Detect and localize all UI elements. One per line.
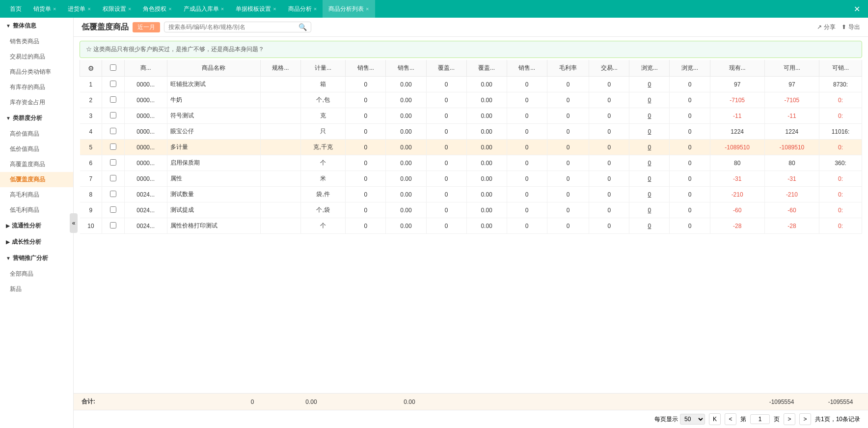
th-spec[interactable]: 规格...	[260, 60, 300, 77]
th-gross-rate[interactable]: 毛利率	[547, 60, 589, 77]
th-unit[interactable]: 计量...	[300, 60, 345, 77]
browse1-link[interactable]: 0	[648, 160, 651, 167]
th-checkbox[interactable]	[102, 60, 124, 77]
th-settings[interactable]: ⚙	[80, 60, 102, 77]
per-page-select[interactable]: 50 10 20 100	[680, 414, 705, 425]
browse1-link[interactable]: 0	[648, 223, 651, 229]
cell-browse1[interactable]: 0	[629, 124, 670, 140]
sidebar-item-inventory-funds[interactable]: 库存资金占用	[0, 95, 73, 110]
cell-checkbox[interactable]	[102, 171, 124, 187]
browse1-link[interactable]: 0	[648, 97, 651, 104]
cell-checkbox[interactable]	[102, 202, 124, 218]
nav-close-product-analysis-list[interactable]: ×	[366, 6, 369, 12]
search-input[interactable]	[168, 24, 297, 30]
th-coverage2[interactable]: 覆盖...	[466, 60, 507, 77]
th-sales2[interactable]: 销售...	[386, 60, 426, 77]
current-page-input[interactable]	[750, 414, 770, 424]
row-checkbox[interactable]	[110, 206, 116, 213]
cell-browse1[interactable]: 0	[629, 171, 670, 187]
row-checkbox[interactable]	[110, 96, 116, 103]
export-button[interactable]: ⬆ 导出	[841, 23, 860, 31]
sidebar-item-high-coverage[interactable]: 高覆盖度商品	[0, 157, 73, 172]
nav-close-sales-order[interactable]: ×	[53, 6, 56, 12]
search-icon[interactable]: 🔍	[298, 23, 307, 31]
sidebar-section-growth[interactable]: ▶ 成长性分析	[0, 234, 73, 250]
select-all-checkbox[interactable]	[110, 64, 116, 71]
th-trade[interactable]: 交易...	[589, 60, 629, 77]
row-checkbox[interactable]	[110, 175, 116, 181]
th-code[interactable]: 商...	[124, 60, 167, 77]
sidebar-item-low-coverage[interactable]: 低覆盖度商品	[0, 172, 73, 187]
nav-product-warehouse[interactable]: 产成品入库单 ×	[178, 0, 230, 18]
nav-template-settings[interactable]: 单据模板设置 ×	[230, 0, 282, 18]
browse1-link[interactable]: 0	[648, 113, 651, 119]
filter-period-button[interactable]: 近一月	[133, 22, 160, 32]
sidebar-item-new-products[interactable]: 新品	[0, 282, 73, 297]
table-container[interactable]: ⚙ 商... 商品名称 规格... 计量... 销售... 销售... 覆盖..…	[74, 60, 868, 393]
browse1-link[interactable]: 0	[648, 207, 651, 214]
sidebar-item-low-value[interactable]: 低价值商品	[0, 142, 73, 157]
browse1-link[interactable]: 0	[648, 175, 651, 182]
sidebar-section-liquidity[interactable]: ▶ 流通性分析	[0, 218, 73, 234]
browse1-link[interactable]: 0	[648, 191, 651, 198]
sidebar-item-stocked-products[interactable]: 有库存的商品	[0, 80, 73, 95]
th-browse1[interactable]: 浏览...	[629, 60, 670, 77]
th-browse2[interactable]: 浏览...	[670, 60, 710, 77]
th-name[interactable]: 商品名称	[167, 60, 260, 77]
share-button[interactable]: ↗ 分享	[817, 23, 836, 31]
close-all-button[interactable]: ✕	[849, 1, 864, 16]
sidebar-item-all-products[interactable]: 全部商品	[0, 266, 73, 282]
sidebar-item-category-turnover[interactable]: 商品分类动销率	[0, 64, 73, 80]
cell-browse1[interactable]: 0	[629, 187, 670, 202]
settings-icon[interactable]: ⚙	[88, 64, 94, 72]
nav-home[interactable]: 首页	[4, 0, 27, 18]
cell-checkbox[interactable]	[102, 77, 124, 92]
cell-browse1[interactable]: 0	[629, 218, 670, 234]
nav-sales-order[interactable]: 销货单 ×	[27, 0, 62, 18]
nav-permission[interactable]: 权限设置 ×	[97, 0, 137, 18]
cell-browse1[interactable]: 0	[629, 77, 670, 92]
next-page-button[interactable]: >	[784, 413, 795, 425]
sidebar-item-high-value[interactable]: 高价值商品	[0, 126, 73, 142]
cell-checkbox[interactable]	[102, 218, 124, 234]
row-checkbox[interactable]	[110, 222, 116, 228]
sidebar-section-overall[interactable]: ▼ 整体信息	[0, 18, 73, 34]
cell-checkbox[interactable]	[102, 92, 124, 108]
nav-close-role-auth[interactable]: ×	[168, 6, 171, 12]
th-sales1[interactable]: 销售...	[346, 60, 386, 77]
cell-checkbox[interactable]	[102, 124, 124, 140]
th-coverage1[interactable]: 覆盖...	[426, 60, 466, 77]
browse1-link[interactable]: 0	[648, 81, 651, 88]
nav-close-purchase-order[interactable]: ×	[87, 6, 90, 12]
cell-browse1[interactable]: 0	[629, 108, 670, 124]
nav-close-product-warehouse[interactable]: ×	[221, 6, 224, 12]
th-sales3[interactable]: 销售...	[507, 60, 547, 77]
th-current[interactable]: 现有...	[710, 60, 764, 77]
nav-close-template-settings[interactable]: ×	[273, 6, 276, 12]
row-checkbox[interactable]	[110, 128, 116, 134]
sidebar-item-low-gross-margin[interactable]: 低毛利商品	[0, 202, 73, 218]
cell-browse1[interactable]: 0	[629, 92, 670, 108]
cell-checkbox[interactable]	[102, 155, 124, 171]
nav-close-product-analysis[interactable]: ×	[314, 6, 317, 12]
sidebar-collapse-button[interactable]: «	[70, 213, 78, 233]
cell-checkbox[interactable]	[102, 187, 124, 202]
first-page-button[interactable]: K	[709, 413, 721, 425]
sidebar-item-sales-products[interactable]: 销售类商品	[0, 34, 73, 49]
row-checkbox[interactable]	[110, 159, 116, 166]
prev-page-button[interactable]: <	[725, 413, 736, 425]
cell-checkbox[interactable]	[102, 108, 124, 124]
browse1-link[interactable]: 0	[648, 144, 651, 151]
cell-checkbox[interactable]	[102, 140, 124, 155]
sidebar-item-high-gross-margin[interactable]: 高毛利商品	[0, 187, 73, 202]
nav-product-analysis[interactable]: 商品分析 ×	[282, 0, 323, 18]
nav-role-auth[interactable]: 角色授权 ×	[137, 0, 177, 18]
sidebar-section-marketing[interactable]: ▼ 营销推广分析	[0, 250, 73, 266]
nav-purchase-order[interactable]: 进货单 ×	[62, 0, 96, 18]
sidebar-item-traded-products[interactable]: 交易过的商品	[0, 49, 73, 64]
nav-close-permission[interactable]: ×	[128, 6, 131, 12]
row-checkbox[interactable]	[110, 81, 116, 87]
cell-browse1[interactable]: 0	[629, 155, 670, 171]
row-checkbox[interactable]	[110, 112, 116, 118]
cell-browse1[interactable]: 0	[629, 202, 670, 218]
